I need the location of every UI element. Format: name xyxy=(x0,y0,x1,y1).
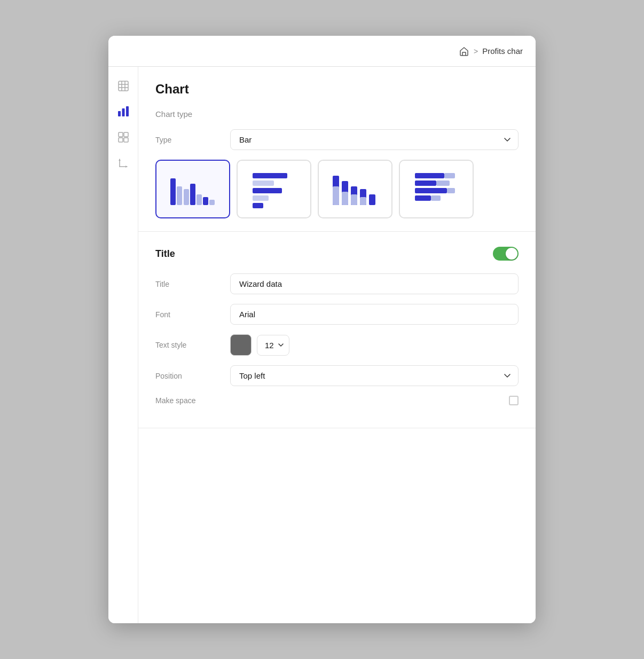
position-row: Position Top left Top center Top right B… xyxy=(155,365,519,386)
main-window: > Profits char xyxy=(108,36,536,623)
chart-icon-btn[interactable] xyxy=(113,101,134,122)
svg-rect-36 xyxy=(436,181,450,186)
svg-rect-0 xyxy=(119,81,128,91)
type-dropdown-wrapper: Bar Line Pie Scatter xyxy=(230,129,519,150)
table-icon-btn[interactable] xyxy=(113,75,134,97)
svg-rect-29 xyxy=(351,194,357,205)
title-heading: Title xyxy=(155,248,175,260)
svg-rect-37 xyxy=(415,188,447,193)
svg-rect-7 xyxy=(126,106,129,116)
make-space-checkbox[interactable] xyxy=(509,396,519,405)
svg-rect-21 xyxy=(253,188,282,193)
position-dropdown[interactable]: Top left Top center Top right Bottom lef… xyxy=(230,365,519,386)
chart-thumb-grouped-bar[interactable] xyxy=(155,160,230,218)
font-field-row: Font xyxy=(155,304,519,325)
svg-rect-33 xyxy=(415,173,444,178)
svg-rect-34 xyxy=(444,173,455,178)
title-header: Title xyxy=(155,247,519,261)
position-label: Position xyxy=(155,372,230,380)
font-label: Font xyxy=(155,310,230,319)
svg-rect-5 xyxy=(118,111,121,116)
type-row: Type Bar Line Pie Scatter xyxy=(155,129,519,150)
svg-rect-11 xyxy=(124,138,128,142)
text-color-swatch[interactable] xyxy=(230,334,252,356)
chart-thumbnails xyxy=(155,160,519,218)
title-section: Title Title Font xyxy=(138,232,536,428)
breadcrumb-chevron: > xyxy=(474,47,478,56)
make-space-row: Make space xyxy=(155,396,519,405)
font-field-wrapper xyxy=(230,304,519,325)
title-field-label: Title xyxy=(155,280,230,288)
type-dropdown[interactable]: Bar Line Pie Scatter xyxy=(230,129,519,150)
svg-rect-19 xyxy=(253,173,287,178)
svg-rect-40 xyxy=(431,195,441,201)
home-icon[interactable] xyxy=(459,46,469,57)
title-toggle[interactable] xyxy=(493,247,519,261)
svg-rect-32 xyxy=(369,194,375,205)
chart-thumb-stacked-horizontal[interactable] xyxy=(399,160,474,218)
toggle-knob xyxy=(506,248,517,260)
svg-rect-27 xyxy=(342,192,348,205)
svg-rect-13 xyxy=(177,186,182,205)
chart-section: Chart Chart type Type Bar Line Pie Scatt… xyxy=(138,67,536,232)
breadcrumb-label: Profits char xyxy=(482,46,523,56)
text-style-label: Text style xyxy=(155,341,230,349)
position-wrapper: Top left Top center Top right Bottom lef… xyxy=(230,365,519,386)
svg-rect-8 xyxy=(119,132,123,137)
chart-thumb-horizontal-bar[interactable] xyxy=(237,160,311,218)
svg-rect-39 xyxy=(415,195,431,201)
main-panel: Chart Chart type Type Bar Line Pie Scatt… xyxy=(138,67,536,623)
svg-rect-23 xyxy=(253,203,263,208)
svg-rect-9 xyxy=(124,132,128,137)
chart-title: Chart xyxy=(155,82,519,97)
svg-rect-35 xyxy=(415,181,436,186)
svg-rect-38 xyxy=(447,188,455,193)
title-field-wrapper xyxy=(230,273,519,294)
title-field-row: Title xyxy=(155,273,519,294)
font-size-dropdown[interactable]: 12 8 10 14 16 18 24 xyxy=(257,335,289,356)
type-label: Type xyxy=(155,136,230,144)
axes-icon-btn[interactable] xyxy=(113,152,134,174)
chart-type-heading: Chart type xyxy=(155,109,519,119)
topbar: > Profits char xyxy=(108,36,536,67)
chart-thumb-stacked-bar[interactable] xyxy=(318,160,392,218)
svg-rect-10 xyxy=(119,138,123,142)
make-space-wrapper xyxy=(230,396,519,405)
svg-rect-16 xyxy=(197,194,202,205)
icon-sidebar xyxy=(108,67,138,623)
title-input[interactable] xyxy=(230,273,519,294)
svg-rect-12 xyxy=(170,178,176,205)
svg-rect-14 xyxy=(184,189,189,205)
text-style-row: Text style 12 8 10 14 16 18 24 xyxy=(155,334,519,356)
svg-rect-22 xyxy=(253,195,269,201)
svg-rect-6 xyxy=(122,108,124,116)
svg-rect-17 xyxy=(203,197,208,205)
text-style-controls: 12 8 10 14 16 18 24 xyxy=(230,334,519,356)
svg-rect-18 xyxy=(209,200,215,205)
grid-icon-btn[interactable] xyxy=(113,127,134,148)
svg-rect-25 xyxy=(333,186,339,205)
make-space-label: Make space xyxy=(155,396,230,405)
svg-rect-20 xyxy=(253,181,274,186)
svg-rect-31 xyxy=(360,197,366,205)
svg-rect-15 xyxy=(190,184,195,205)
font-input[interactable] xyxy=(230,304,519,325)
